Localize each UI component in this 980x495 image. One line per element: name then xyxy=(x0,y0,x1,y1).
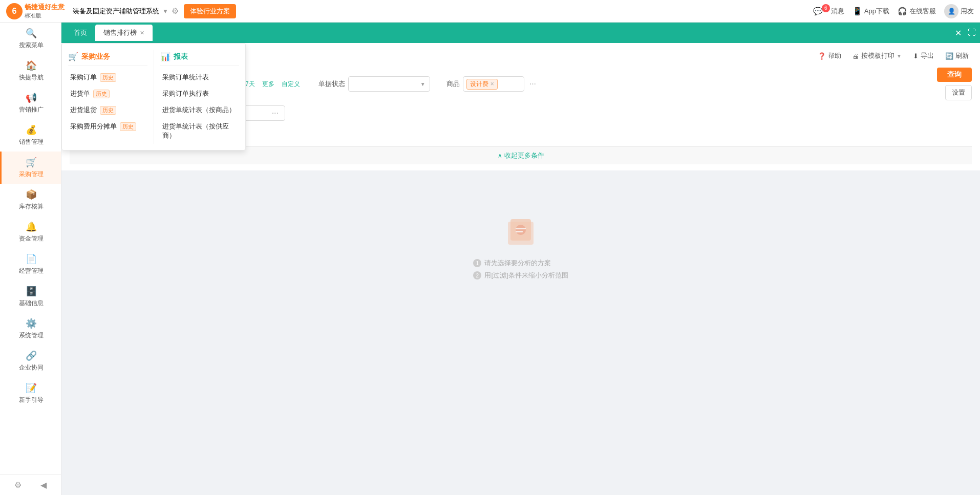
help-label: 帮助 xyxy=(828,51,841,60)
tab-close-icon[interactable]: ✕ xyxy=(140,30,144,36)
sidebar-item-search[interactable]: 🔍 搜索菜单 xyxy=(0,23,61,55)
salesperson-more-btn[interactable]: ··· xyxy=(270,109,281,118)
sidebar-item-sales[interactable]: 💰 销售管理 xyxy=(0,119,61,152)
sidebar-item-system[interactable]: ⚙️ 系统管理 xyxy=(0,313,61,345)
purchase-return-label: 进货退货 xyxy=(70,105,97,115)
tab-actions: ✕ ⛶ xyxy=(955,28,976,38)
sidebar: 🔍 搜索菜单 🏠 快捷导航 📢 营销推广 💰 销售管理 🛒 采购管理 📦 库存核… xyxy=(0,23,61,495)
product-tag-label: 设计费 xyxy=(470,80,488,89)
sidebar-label-marketing: 营销推广 xyxy=(19,105,44,114)
query-btn[interactable]: 查询 xyxy=(937,68,972,82)
tab-home[interactable]: 首页 xyxy=(66,25,95,41)
online-service-btn[interactable]: 🎧 在线客服 xyxy=(898,7,936,16)
tab-home-label: 首页 xyxy=(74,28,87,37)
report-3-label: 进货单统计表（按商品） xyxy=(162,105,236,115)
print-btn[interactable]: 🖨 按模板打印 ▼ xyxy=(849,49,905,62)
refresh-btn[interactable]: 🔄 刷新 xyxy=(942,49,972,62)
help-icon: ❓ xyxy=(818,52,826,60)
sidebar-item-inventory[interactable]: 📦 库存核算 xyxy=(0,184,61,216)
tab-fullscreen-btn[interactable]: ⛶ xyxy=(968,28,976,37)
report-2-label: 采购订单执行表 xyxy=(162,89,209,98)
sidebar-item-operation[interactable]: 📄 经营管理 xyxy=(0,248,61,281)
dropdown-item-purchase-expense[interactable]: 采购费用分摊单 历史 xyxy=(68,118,147,135)
export-btn[interactable]: ⬇ 导出 xyxy=(910,49,937,62)
report-1-label: 采购订单统计表 xyxy=(162,73,209,82)
search-icon: 🔍 xyxy=(26,28,37,39)
dropdown-item-purchase-order[interactable]: 采购订单 历史 xyxy=(68,69,147,85)
svg-point-2 xyxy=(516,225,526,235)
sidebar-label-purchase: 采购管理 xyxy=(19,170,44,179)
system-title-text: 装备及固定资产辅助管理系统 xyxy=(73,7,159,16)
sidebar-item-marketing[interactable]: 📢 营销推广 xyxy=(0,87,61,119)
home-icon: 🏠 xyxy=(26,60,37,71)
finance-icon: 🔔 xyxy=(26,221,37,232)
app-label: App下载 xyxy=(864,7,889,16)
print-icon: 🖨 xyxy=(853,52,859,60)
reports-col-label: 报表 xyxy=(174,52,188,61)
message-label: 消息 xyxy=(831,7,844,16)
top-header: 6 畅捷通好生意 标准版 装备及固定资产辅助管理系统 ▼ ⚙ 体验行业方案 💬 … xyxy=(0,0,980,23)
sidebar-item-enterprise[interactable]: 🔗 企业协同 xyxy=(0,345,61,377)
help-btn[interactable]: ❓ 帮助 xyxy=(815,49,844,62)
industry-btn[interactable]: 体验行业方案 xyxy=(184,4,236,18)
product-more-btn[interactable]: ··· xyxy=(527,79,538,89)
tab-bar: 首页 销售排行榜 ✕ ✕ ⛶ xyxy=(61,23,980,43)
purchase-dropdown-menu: 🛒 采购业务 采购订单 历史 进货单 历史 进货退货 历史 xyxy=(61,43,246,150)
sidebar-label-enterprise: 企业协同 xyxy=(19,363,44,372)
purchase-col-label: 采购业务 xyxy=(81,52,110,61)
quick-date-more[interactable]: 更多 xyxy=(260,79,276,90)
svg-rect-3 xyxy=(516,228,526,229)
empty-state-illustration xyxy=(500,211,541,252)
refresh-icon: 🔄 xyxy=(945,52,953,60)
sidebar-item-guide[interactable]: 📝 新手引导 xyxy=(0,377,61,410)
dropdown-item-report-4[interactable]: 进货单统计表（按供应商） xyxy=(160,118,240,144)
sidebar-label-guide: 新手引导 xyxy=(19,396,44,404)
sidebar-label-operation: 经营管理 xyxy=(19,267,44,275)
bill-status-label: 单据状态 xyxy=(318,79,345,89)
dropdown-item-report-1[interactable]: 采购订单统计表 xyxy=(160,69,240,85)
tab-sales-rank-label: 销售排行榜 xyxy=(103,28,137,37)
dropdown-item-report-3[interactable]: 进货单统计表（按商品） xyxy=(160,102,240,118)
empty-hint-1: 1 请先选择要分析的方案 xyxy=(473,259,568,268)
dropdown-item-purchase-receipt[interactable]: 进货单 历史 xyxy=(68,85,147,102)
system-title-area: 装备及固定资产辅助管理系统 ▼ ⚙ xyxy=(73,6,179,16)
product-tag: 设计费 × xyxy=(466,79,498,90)
dropdown-item-report-2[interactable]: 采购订单执行表 xyxy=(160,85,240,102)
app-download-btn[interactable]: 📱 App下载 xyxy=(853,7,889,16)
basic-icon: 🗄️ xyxy=(26,286,37,297)
purchase-order-label: 采购订单 xyxy=(70,73,97,82)
dropdown-item-purchase-return[interactable]: 进货退货 历史 xyxy=(68,102,147,118)
dropdown-arrow-icon[interactable]: ▼ xyxy=(162,8,168,15)
header-right: 💬 6 消息 📱 App下载 🎧 在线客服 👤 用友 xyxy=(813,4,974,18)
bill-status-dropdown[interactable]: ▼ xyxy=(348,76,430,92)
user-btn[interactable]: 👤 用友 xyxy=(944,4,974,18)
export-icon: ⬇ xyxy=(913,52,919,60)
product-input-area[interactable]: 设计费 × xyxy=(463,76,524,92)
bill-status-dropdown-icon: ▼ xyxy=(420,81,425,87)
avatar: 👤 xyxy=(944,4,958,18)
sidebar-settings-btn[interactable]: ⚙ xyxy=(14,480,22,490)
sidebar-label-quick-nav: 快捷导航 xyxy=(19,73,44,82)
tab-close-btn[interactable]: ✕ xyxy=(955,28,962,38)
empty-text: 1 请先选择要分析的方案 2 用[过滤]条件来缩小分析范围 xyxy=(473,259,568,280)
message-btn[interactable]: 💬 6 消息 xyxy=(813,7,844,16)
product-tag-close[interactable]: × xyxy=(491,80,494,88)
purchase-expense-label: 采购费用分摊单 xyxy=(70,122,117,131)
tab-sales-rank[interactable]: 销售排行榜 ✕ xyxy=(95,25,153,41)
phone-icon: 📱 xyxy=(853,7,862,16)
user-label: 用友 xyxy=(961,7,974,16)
sidebar-item-basic[interactable]: 🗄️ 基础信息 xyxy=(0,281,61,313)
sidebar-item-quick-nav[interactable]: 🏠 快捷导航 xyxy=(0,55,61,87)
settings-gear-icon[interactable]: ⚙ xyxy=(172,6,179,16)
sidebar-label-system: 系统管理 xyxy=(19,331,44,340)
dropdown-cols: 🛒 采购业务 采购订单 历史 进货单 历史 进货退货 历史 xyxy=(62,50,245,144)
settings-btn[interactable]: 设置 xyxy=(945,85,972,100)
sidebar-item-purchase[interactable]: 🛒 采购管理 xyxy=(0,152,61,184)
system-icon: ⚙️ xyxy=(26,318,37,329)
sidebar-item-finance[interactable]: 🔔 资金管理 xyxy=(0,216,61,248)
enterprise-icon: 🔗 xyxy=(26,350,37,361)
purchase-expense-history: 历史 xyxy=(120,122,136,131)
sidebar-label-search: 搜索菜单 xyxy=(19,41,44,50)
quick-date-custom[interactable]: 自定义 xyxy=(280,79,302,90)
sidebar-collapse-btn[interactable]: ◀ xyxy=(40,480,47,490)
